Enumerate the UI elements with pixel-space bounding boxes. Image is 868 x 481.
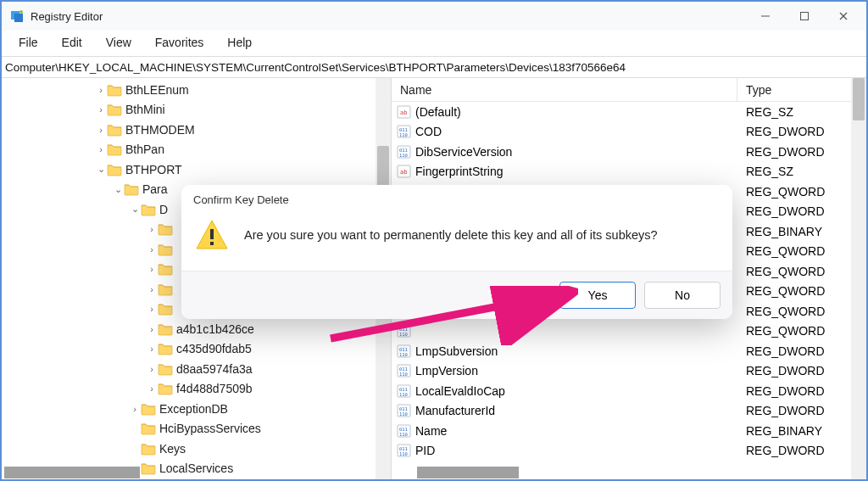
svg-text:110: 110 <box>399 411 408 417</box>
chevron-right-icon[interactable]: › <box>146 383 158 394</box>
tree-item-label: BthLEEnum <box>125 83 189 97</box>
value-name: PID <box>415 444 435 457</box>
value-type: REG_QWORD <box>737 185 866 199</box>
tree-item-label: BTHPORT <box>125 163 182 176</box>
chevron-right-icon[interactable]: › <box>129 404 141 414</box>
menu-file[interactable]: File <box>7 34 50 51</box>
folder-icon <box>158 282 173 296</box>
close-button[interactable] <box>824 2 863 31</box>
tree-hscroll[interactable] <box>4 467 140 478</box>
chevron-right-icon[interactable]: › <box>146 344 158 354</box>
chevron-down-icon[interactable]: ⌄ <box>112 184 124 195</box>
value-type: REG_DWORD <box>737 364 866 378</box>
address-bar[interactable]: Computer\HKEY_LOCAL_MACHINE\SYSTEM\Curre… <box>2 56 866 78</box>
tree-item[interactable]: Keys <box>2 439 391 459</box>
reg-bin-icon: 011110 <box>397 423 412 439</box>
confirm-dialog: Confirm Key Delete Are you sure you want… <box>181 185 732 319</box>
maximize-button[interactable] <box>785 2 824 31</box>
chevron-right-icon[interactable]: › <box>146 264 158 274</box>
value-type: REG_DWORD <box>737 145 866 159</box>
folder-icon <box>141 422 156 435</box>
tree-item-label: a4b1c1b426ce <box>176 322 254 336</box>
list-row[interactable]: 011110REG_QWORD <box>392 322 866 342</box>
reg-sz-icon: ab <box>397 164 412 179</box>
value-name: LmpVersion <box>415 364 478 378</box>
tree-item[interactable]: ›d8aa5974fa3a <box>2 359 391 379</box>
chevron-down-icon[interactable]: ⌄ <box>95 164 107 175</box>
col-header-name[interactable]: Name <box>392 78 737 101</box>
chevron-right-icon[interactable]: › <box>95 104 107 115</box>
value-type: REG_QWORD <box>737 305 866 318</box>
tree-item[interactable]: ›BthPan <box>2 140 391 160</box>
value-name: DibServiceVersion <box>415 145 512 159</box>
tree-item[interactable]: ›ExceptionDB <box>2 399 391 419</box>
folder-icon <box>107 143 122 156</box>
tree-item[interactable]: ›BthMini <box>2 100 391 120</box>
svg-rect-60 <box>210 229 214 239</box>
list-row[interactable]: 011110NameREG_BINARY <box>392 421 866 441</box>
menu-favorites[interactable]: Favorites <box>143 34 216 51</box>
reg-bin-icon: 011110 <box>397 344 412 359</box>
svg-text:ab: ab <box>400 169 407 176</box>
svg-rect-61 <box>210 242 214 245</box>
warning-icon <box>195 218 229 252</box>
menu-edit[interactable]: Edit <box>50 34 94 51</box>
tree-item[interactable]: ›BthLEEnum <box>2 80 391 100</box>
menu-help[interactable]: Help <box>215 34 264 51</box>
chevron-right-icon[interactable]: › <box>95 85 107 95</box>
value-name: LocalEvaldIoCap <box>415 384 505 398</box>
list-row[interactable]: ab(Default)REG_SZ <box>392 102 866 122</box>
value-type: REG_DWORD <box>737 444 866 457</box>
svg-text:110: 110 <box>399 132 408 137</box>
value-type: REG_SZ <box>737 105 866 119</box>
svg-text:110: 110 <box>399 432 408 437</box>
chevron-right-icon[interactable]: › <box>146 364 158 374</box>
folder-icon <box>158 322 173 336</box>
menu-view[interactable]: View <box>94 34 143 51</box>
chevron-right-icon[interactable]: › <box>146 324 158 334</box>
svg-text:110: 110 <box>399 392 408 397</box>
minimize-button[interactable] <box>746 2 785 31</box>
tree-item-label: f4d488d7509b <box>176 382 253 395</box>
tree-item[interactable]: ›f4d488d7509b <box>2 379 391 400</box>
list-row[interactable]: 011110LmpSubversionREG_DWORD <box>392 341 866 361</box>
list-row[interactable]: 011110LocalEvaldIoCapREG_DWORD <box>392 381 866 401</box>
tree-item[interactable]: ›c435d90fdab5 <box>2 339 391 360</box>
chevron-right-icon[interactable]: › <box>146 304 158 314</box>
list-row[interactable]: 011110CODREG_DWORD <box>392 122 866 143</box>
value-name: (Default) <box>415 105 461 119</box>
dialog-no-button[interactable]: No <box>644 282 721 309</box>
dialog-yes-button[interactable]: Yes <box>559 282 636 309</box>
chevron-right-icon[interactable]: › <box>146 284 158 294</box>
list-vscroll[interactable] <box>851 78 866 481</box>
tree-item-label: BthMini <box>125 103 165 116</box>
chevron-right-icon[interactable]: › <box>95 125 107 135</box>
dialog-title: Confirm Key Delete <box>181 185 732 213</box>
folder-icon <box>158 342 173 355</box>
value-type: REG_BINARY <box>737 424 866 438</box>
tree-item-label: Keys <box>159 442 186 456</box>
chevron-right-icon[interactable]: › <box>146 224 158 234</box>
list-row[interactable]: 011110DibServiceVersionREG_DWORD <box>392 142 866 162</box>
tree-item-label: BthPan <box>125 143 164 156</box>
list-hscroll[interactable] <box>417 467 519 478</box>
folder-icon <box>107 163 122 176</box>
folder-icon <box>158 302 173 316</box>
list-row[interactable]: 011110ManufacturerIdREG_DWORD <box>392 401 866 422</box>
col-header-type[interactable]: Type <box>737 83 866 97</box>
reg-bin-icon: 011110 <box>397 363 412 378</box>
tree-item[interactable]: HciBypassServices <box>2 419 391 439</box>
chevron-right-icon[interactable]: › <box>95 144 107 154</box>
list-row[interactable]: 011110PIDREG_DWORD <box>392 441 866 461</box>
tree-item[interactable]: ›BTHMODEM <box>2 120 391 140</box>
svg-text:110: 110 <box>399 332 408 337</box>
folder-icon <box>141 461 156 475</box>
tree-item[interactable]: ⌄BTHPORT <box>2 159 391 180</box>
chevron-down-icon[interactable]: ⌄ <box>129 204 141 215</box>
list-row[interactable]: 011110LmpVersionREG_DWORD <box>392 361 866 382</box>
chevron-right-icon[interactable]: › <box>146 244 158 254</box>
svg-point-2 <box>19 10 23 14</box>
tree-item-label: HciBypassServices <box>159 422 261 435</box>
list-row[interactable]: abFingerprintStringREG_SZ <box>392 162 866 182</box>
tree-item[interactable]: ›a4b1c1b426ce <box>2 319 391 339</box>
